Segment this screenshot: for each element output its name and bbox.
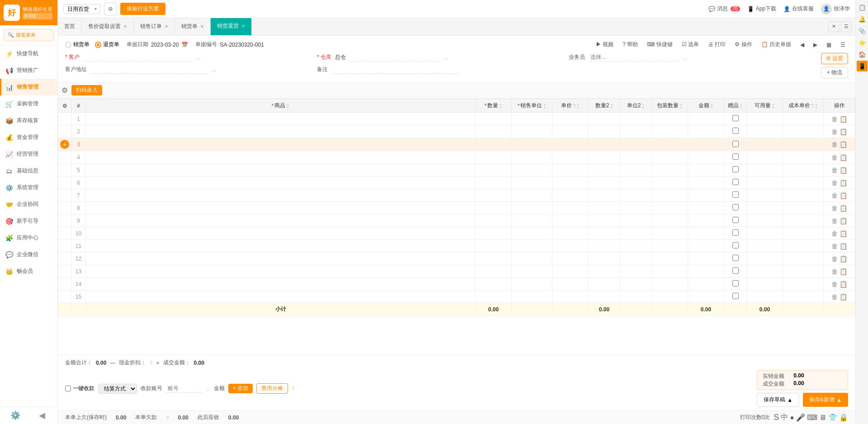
- row-gift-cell[interactable]: [724, 227, 747, 240]
- right-sidebar-mobile[interactable]: 📱: [857, 61, 868, 71]
- industry-select[interactable]: 日用百货: [63, 4, 100, 14]
- status-icon8[interactable]: 🔒: [839, 413, 848, 422]
- sidebar-item-wechat[interactable]: 💬 企业微信: [0, 246, 57, 263]
- status-icon7[interactable]: 👕: [828, 413, 837, 422]
- row-quantity2-cell[interactable]: [589, 265, 620, 278]
- table-wrap[interactable]: ⚙ # *商品 ▲▼ *数量 ▲▼: [58, 99, 855, 355]
- row-available-cell[interactable]: [747, 227, 783, 240]
- delete-row-icon[interactable]: 🗑: [831, 154, 838, 161]
- gift-checkbox[interactable]: [732, 115, 739, 121]
- row-gift-cell[interactable]: [724, 291, 747, 303]
- row-gift-cell[interactable]: [724, 176, 747, 189]
- sidebar-item-vip[interactable]: 👑 畅会员: [0, 263, 57, 280]
- row-cost-price-cell[interactable]: [783, 227, 824, 240]
- copy-row-icon[interactable]: 📋: [840, 205, 847, 212]
- status-icon3[interactable]: ●: [790, 414, 794, 422]
- row-gift-cell[interactable]: [724, 189, 747, 202]
- address-dots[interactable]: ...: [212, 67, 216, 73]
- row-product-cell[interactable]: [86, 291, 476, 303]
- settings-button[interactable]: ⚙ 设置: [821, 53, 848, 64]
- row-unit2-cell[interactable]: [620, 240, 652, 252]
- status-icon4[interactable]: 🎤: [796, 413, 805, 422]
- tab-sales-order-close[interactable]: ✕: [165, 24, 168, 29]
- search-menu-button[interactable]: 🔍 搜索菜单: [4, 29, 54, 41]
- row-cost-price-cell[interactable]: [783, 125, 824, 138]
- row-quantity2-cell[interactable]: [589, 252, 620, 265]
- sidebar-item-base[interactable]: 🗂 基础信息: [0, 162, 57, 179]
- right-sidebar-home[interactable]: 🏠: [857, 49, 868, 60]
- row-unit-price-cell[interactable]: [552, 113, 589, 125]
- row-gift-cell[interactable]: [724, 252, 747, 265]
- row-unit-price-cell[interactable]: [552, 291, 589, 303]
- row-available-cell[interactable]: [747, 125, 783, 138]
- prev-doc-btn[interactable]: ◀: [797, 41, 807, 49]
- row-product-cell[interactable]: [86, 240, 476, 252]
- row-unit-price-cell[interactable]: [552, 240, 589, 252]
- notification-group[interactable]: 💬 消息 70: [708, 5, 740, 13]
- row-quantity2-cell[interactable]: [589, 291, 620, 303]
- row-product-cell[interactable]: [86, 164, 476, 176]
- row-gift-cell[interactable]: [724, 138, 747, 151]
- row-quantity-cell[interactable]: [476, 291, 512, 303]
- row-unit-price-cell[interactable]: [552, 214, 589, 227]
- row-unit2-cell[interactable]: [620, 227, 652, 240]
- row-sales-unit-cell[interactable]: [512, 151, 552, 164]
- row-unit-price-cell[interactable]: [552, 125, 589, 138]
- row-gift-cell[interactable]: [724, 278, 747, 291]
- tab-sales-close[interactable]: ✕: [200, 24, 204, 29]
- gift-checkbox[interactable]: [732, 255, 739, 261]
- close-tab-button[interactable]: ✕: [828, 21, 839, 32]
- customer-dots[interactable]: ...: [195, 54, 200, 61]
- row-amount-cell[interactable]: [688, 125, 724, 138]
- tab-sales-return[interactable]: 销货退货 ✕: [211, 18, 252, 35]
- copy-row-icon[interactable]: 📋: [840, 179, 847, 186]
- topbar-gear-icon[interactable]: ⚙: [104, 3, 117, 15]
- row-sales-unit-cell[interactable]: [512, 227, 552, 240]
- row-cost-price-cell[interactable]: [783, 176, 824, 189]
- row-unit-price-cell[interactable]: [552, 151, 589, 164]
- tab-sales[interactable]: 销货单 ✕: [175, 18, 211, 35]
- row-amount-cell[interactable]: [688, 278, 724, 291]
- row-unit-price-cell[interactable]: [552, 202, 589, 214]
- one-click-pay-check[interactable]: 一键收款: [65, 385, 94, 392]
- row-amount-cell[interactable]: [688, 176, 724, 189]
- row-quantity2-cell[interactable]: [589, 240, 620, 252]
- row-cost-price-cell[interactable]: [783, 291, 824, 303]
- row-cost-price-cell[interactable]: [783, 113, 824, 125]
- settle-method-select[interactable]: 结算方式: [98, 384, 137, 394]
- row-cost-price-cell[interactable]: [783, 278, 824, 291]
- row-gift-cell[interactable]: [724, 202, 747, 214]
- scan-button[interactable]: 扫码录入: [71, 85, 102, 95]
- row-available-cell[interactable]: [747, 176, 783, 189]
- row-quantity-cell[interactable]: [476, 176, 512, 189]
- gift-checkbox[interactable]: [732, 280, 739, 286]
- row-pack-qty-cell[interactable]: [652, 138, 688, 151]
- row-quantity-cell[interactable]: [476, 202, 512, 214]
- row-product-cell[interactable]: [86, 278, 476, 291]
- print-btn[interactable]: 🖨 打印: [705, 40, 728, 49]
- row-pack-qty-cell[interactable]: [652, 202, 688, 214]
- row-quantity-cell[interactable]: [476, 113, 512, 125]
- copy-row-icon[interactable]: 📋: [840, 167, 847, 174]
- row-unit2-cell[interactable]: [620, 125, 652, 138]
- row-pack-qty-cell[interactable]: [652, 252, 688, 265]
- tab-home[interactable]: 首页: [58, 18, 82, 35]
- gift-checkbox[interactable]: [732, 217, 739, 223]
- row-cost-price-cell[interactable]: [783, 240, 824, 252]
- row-unit-price-cell[interactable]: [552, 189, 589, 202]
- row-available-cell[interactable]: [747, 151, 783, 164]
- row-pack-qty-cell[interactable]: [652, 164, 688, 176]
- row-available-cell[interactable]: [747, 291, 783, 303]
- row-available-cell[interactable]: [747, 214, 783, 227]
- row-unit-price-cell[interactable]: [552, 176, 589, 189]
- delete-row-icon[interactable]: 🗑: [831, 141, 838, 148]
- row-quantity2-cell[interactable]: [589, 176, 620, 189]
- user-profile-group[interactable]: 👤 徐泽华: [821, 4, 850, 14]
- row-sales-unit-cell[interactable]: [512, 214, 552, 227]
- row-quantity2-cell[interactable]: [589, 278, 620, 291]
- delete-row-icon[interactable]: 🗑: [831, 293, 838, 300]
- delete-row-icon[interactable]: 🗑: [831, 268, 838, 275]
- row-product-cell[interactable]: [86, 214, 476, 227]
- row-quantity-cell[interactable]: [476, 151, 512, 164]
- logistics-button[interactable]: + 物流: [821, 67, 848, 78]
